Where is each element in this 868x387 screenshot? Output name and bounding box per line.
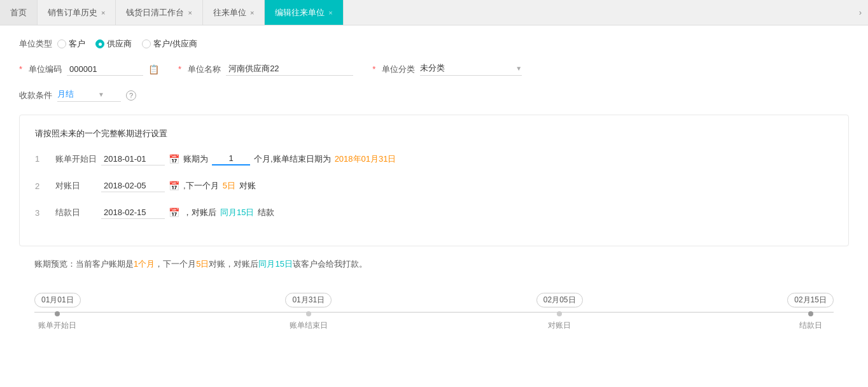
preview-part1: 1个月 bbox=[134, 259, 155, 269]
tab-cash-work-label: 钱货日清工作台 bbox=[126, 7, 184, 18]
payment-terms-group: 收款条件 月结 ▼ ? bbox=[19, 88, 136, 102]
tl-label-1: 账单结束日 bbox=[290, 320, 328, 331]
tl-label-2: 对账日 bbox=[548, 320, 571, 331]
tab-sales-history[interactable]: 销售订单历史 × bbox=[38, 0, 116, 25]
timeline-container: 01月01日 账单开始日 01月31日 账单结束日 02月05日 对账日 02月… bbox=[34, 286, 834, 337]
unit-category-arrow-icon: ▼ bbox=[515, 65, 522, 72]
setting-row-2: 2 对账日 📅 ,下一个月5日对账 bbox=[35, 179, 833, 192]
unit-category-label: 单位分类 bbox=[382, 64, 415, 75]
row-num-3: 3 bbox=[35, 208, 48, 218]
unit-code-input[interactable] bbox=[67, 63, 143, 76]
main-content: 单位类型 客户 供应商 客户/供应商 * 单位编码 bbox=[0, 25, 868, 387]
tl-point-3: 02月15日 结款日 bbox=[787, 293, 834, 331]
card-section: 请按照未来的一个完整帐期进行设置 1 账单开始日 📅 账期为 个月,账单结束日期… bbox=[19, 115, 849, 246]
tab-home-label: 首页 bbox=[10, 7, 27, 18]
tab-cash-work-close[interactable]: × bbox=[188, 9, 192, 17]
reconcile-suffix-orange: 5日 bbox=[223, 180, 235, 192]
tl-badge-1: 01月31日 bbox=[285, 293, 332, 307]
reconcile-date-input[interactable] bbox=[101, 179, 165, 192]
row-label-2: 对账日 bbox=[55, 180, 94, 192]
radio-both[interactable]: 客户/供应商 bbox=[142, 38, 197, 50]
card-title: 请按照未来的一个完整帐期进行设置 bbox=[35, 128, 833, 139]
tab-more-button[interactable]: › bbox=[853, 0, 868, 25]
reconcile-date-calendar-icon[interactable]: 📅 bbox=[169, 181, 179, 191]
start-date-calendar-icon[interactable]: 📅 bbox=[169, 154, 179, 164]
period-unit: 个月,账单结束日期为 bbox=[254, 153, 331, 165]
tl-label-3: 结款日 bbox=[799, 320, 822, 331]
row-value-2: 📅 ,下一个月5日对账 bbox=[101, 179, 256, 192]
payment-terms-value: 月结 bbox=[57, 88, 95, 100]
payment-terms-arrow-icon: ▼ bbox=[98, 91, 104, 98]
unit-code-required: * bbox=[19, 64, 22, 74]
payment-terms-row: 收款条件 月结 ▼ ? bbox=[19, 88, 849, 102]
tl-dot-0 bbox=[55, 311, 60, 316]
unit-type-label: 单位类型 bbox=[19, 38, 52, 50]
row-num-1: 1 bbox=[35, 154, 48, 164]
preview-suffix: 该客户会给我打款。 bbox=[293, 259, 367, 269]
preview-middle2: 对账，对账后 bbox=[209, 259, 258, 269]
tl-point-0: 01月01日 账单开始日 bbox=[34, 293, 81, 331]
row-label-1: 账单开始日 bbox=[55, 153, 94, 165]
tab-cash-work[interactable]: 钱货日清工作台 × bbox=[116, 0, 202, 25]
tab-edit-partner-close[interactable]: × bbox=[328, 9, 332, 17]
radio-supplier-circle bbox=[95, 39, 104, 48]
radio-both-circle bbox=[142, 39, 151, 48]
unit-code-label: 单位编码 bbox=[29, 64, 62, 75]
radio-supplier-label: 供应商 bbox=[107, 38, 132, 50]
tab-partner-units[interactable]: 往来单位 × bbox=[203, 0, 265, 25]
tl-badge-0: 01月01日 bbox=[34, 293, 81, 307]
preview-middle1: ，下一个月 bbox=[155, 259, 196, 269]
tab-sales-history-label: 销售订单历史 bbox=[48, 7, 97, 18]
unit-name-required: * bbox=[178, 64, 181, 74]
unit-code-calendar-icon[interactable]: 📋 bbox=[148, 64, 159, 74]
payment-terms-label: 收款条件 bbox=[19, 90, 52, 101]
preview-part3: 同月15日 bbox=[258, 259, 292, 269]
timeline-section: 01月01日 账单开始日 01月31日 账单结束日 02月05日 对账日 02月… bbox=[19, 286, 849, 337]
unit-name-input[interactable] bbox=[226, 63, 353, 76]
period-value-input[interactable] bbox=[212, 152, 250, 165]
tab-sales-history-close[interactable]: × bbox=[101, 9, 105, 17]
period-end-date: 2018年01月31日 bbox=[335, 153, 396, 165]
tl-badge-3: 02月15日 bbox=[787, 293, 834, 307]
settlement-suffix-teal: 同月15日 bbox=[220, 207, 254, 218]
tab-home[interactable]: 首页 bbox=[0, 0, 38, 25]
settlement-suffix-after: 结款 bbox=[258, 207, 274, 218]
radio-customer-circle bbox=[57, 39, 66, 48]
payment-terms-help-icon[interactable]: ? bbox=[126, 90, 136, 101]
preview-prefix: 账期预览：当前客户账期是 bbox=[34, 259, 134, 269]
settlement-date-input[interactable] bbox=[101, 206, 165, 219]
unit-name-group: * 单位名称 bbox=[178, 63, 353, 76]
unit-type-group: 单位类型 客户 供应商 客户/供应商 bbox=[19, 38, 197, 50]
tab-edit-partner-label: 编辑往来单位 bbox=[275, 7, 325, 18]
tl-point-2: 02月05日 对账日 bbox=[536, 293, 583, 331]
radio-supplier[interactable]: 供应商 bbox=[95, 38, 132, 50]
tl-dot-3 bbox=[808, 311, 813, 316]
settlement-date-calendar-icon[interactable]: 📅 bbox=[169, 208, 179, 218]
unit-category-select[interactable]: 未分类 ▼ bbox=[420, 62, 522, 76]
payment-terms-dropdown[interactable]: 月结 ▼ bbox=[57, 88, 121, 102]
unit-category-value: 未分类 bbox=[420, 62, 515, 74]
setting-row-3: 3 结款日 📅 ，对账后同月15日结款 bbox=[35, 206, 833, 219]
unit-type-row: 单位类型 客户 供应商 客户/供应商 bbox=[19, 38, 849, 50]
radio-both-label: 客户/供应商 bbox=[153, 38, 197, 50]
unit-name-label: 单位名称 bbox=[188, 64, 221, 75]
radio-customer-label: 客户 bbox=[69, 38, 85, 50]
tab-partner-units-close[interactable]: × bbox=[250, 9, 254, 17]
tab-bar: 首页 销售订单历史 × 钱货日清工作台 × 往来单位 × 编辑往来单位 × › bbox=[0, 0, 868, 25]
reconcile-suffix-after: 对账 bbox=[239, 180, 256, 192]
setting-row-1: 1 账单开始日 📅 账期为 个月,账单结束日期为 2018年01月31日 bbox=[35, 152, 833, 165]
row-label-3: 结款日 bbox=[55, 207, 94, 218]
settlement-suffix-before: ，对账后 bbox=[183, 207, 216, 218]
unit-info-row: * 单位编码 📋 * 单位名称 * 单位分类 未分类 ▼ bbox=[19, 62, 849, 76]
tab-edit-partner[interactable]: 编辑往来单位 × bbox=[265, 0, 343, 25]
start-date-input[interactable] bbox=[101, 153, 165, 165]
tl-label-0: 账单开始日 bbox=[38, 320, 76, 331]
unit-category-group: * 单位分类 未分类 ▼ bbox=[372, 62, 522, 76]
unit-category-required: * bbox=[372, 64, 375, 74]
row-num-2: 2 bbox=[35, 181, 48, 191]
tl-point-1: 01月31日 账单结束日 bbox=[285, 293, 332, 331]
reconcile-suffix-before: ,下一个月 bbox=[183, 180, 219, 192]
tl-dot-2 bbox=[557, 311, 562, 316]
radio-customer[interactable]: 客户 bbox=[57, 38, 85, 50]
period-label: 账期为 bbox=[183, 153, 208, 165]
